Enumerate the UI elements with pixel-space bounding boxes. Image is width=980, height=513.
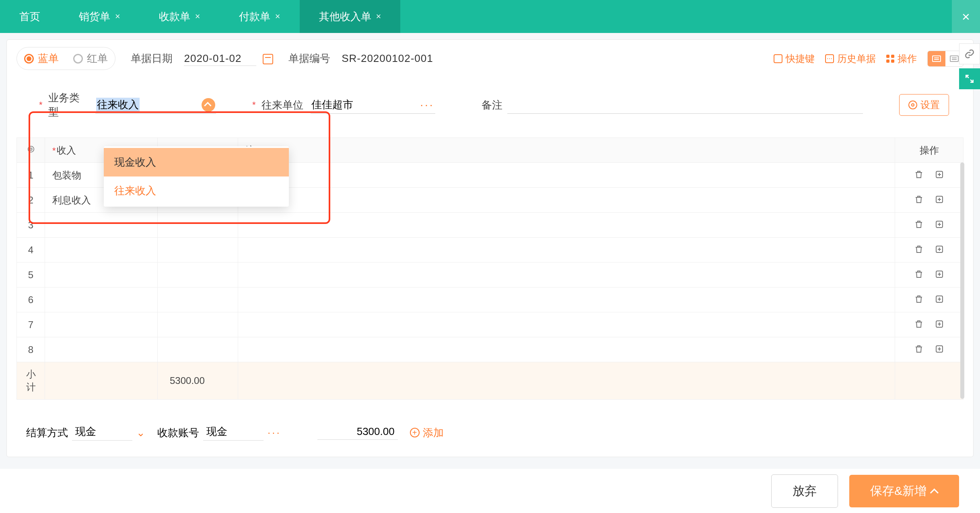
remark-input[interactable] [507,96,863,114]
list-icon [825,54,834,63]
table-row: 5 [17,263,964,287]
delete-icon[interactable] [913,293,924,305]
doc-no-value: SR-20200102-001 [342,52,433,64]
delete-icon[interactable] [913,244,924,255]
insert-row-icon[interactable] [934,219,945,230]
cell-amount[interactable] [158,287,238,312]
insert-row-icon[interactable] [934,343,945,355]
subtotal-remark [238,362,895,400]
card-header: 蓝单 红单 单据日期 2020-01-02 单据编号 SR-20200102-0… [7,40,973,77]
doc-date-value[interactable]: 2020-01-02 [184,52,256,66]
more-icon[interactable]: ··· [268,427,281,439]
cell-remark[interactable] [238,312,895,337]
document-card: 蓝单 红单 单据日期 2020-01-02 单据编号 SR-20200102-0… [6,39,974,457]
delete-icon[interactable] [913,318,924,330]
org-value[interactable]: 佳佳超市 [311,98,353,112]
cell-amount[interactable] [158,312,238,337]
insert-row-icon[interactable] [934,194,945,205]
shortcut-label: 快捷键 [786,52,815,65]
delete-icon[interactable] [913,269,924,280]
attachment-button[interactable] [959,43,980,64]
cell-amount[interactable] [158,263,238,287]
cell-remark[interactable] [238,337,895,362]
row-number: 5 [17,263,45,287]
cell-amount[interactable] [158,238,238,263]
insert-row-icon[interactable] [934,318,945,330]
card-view-icon [950,55,959,62]
settle-account-value[interactable]: 现金 [203,425,264,441]
window-close-button[interactable]: × [952,0,980,33]
settings-button[interactable]: 设置 [899,94,949,116]
save-and-new-button[interactable]: 保存&新增 [849,475,959,507]
cell-name[interactable] [45,238,158,263]
cell-name[interactable] [45,213,158,238]
radio-icon [24,54,34,64]
chevron-up-icon[interactable] [202,98,215,112]
radio-blue[interactable]: 蓝单 [24,51,59,66]
biz-type-value[interactable]: 往来收入 [96,98,140,112]
tab-other-income[interactable]: 其他收入单 × [300,0,401,33]
close-icon[interactable]: × [376,11,381,22]
remark-label: 备注 [482,98,502,112]
tab-payment[interactable]: 付款单 × [220,0,300,33]
col-remark-header: 注 [238,138,895,163]
biz-type-dropdown: 现金收入 往来收入 [104,146,289,207]
cell-name[interactable] [45,287,158,312]
cell-name[interactable] [45,312,158,337]
cell-remark[interactable] [238,263,895,287]
operate-link[interactable]: 操作 [886,52,917,65]
subtotal-name [45,362,158,400]
cell-remark[interactable] [238,238,895,263]
settle-amount-value[interactable]: 5300.00 [317,425,398,440]
row-ops [895,337,964,362]
insert-row-icon[interactable] [934,244,945,255]
row-ops [895,213,964,238]
operate-label: 操作 [898,52,917,65]
settle-method-label: 结算方式 [26,426,68,440]
settle-account-label: 收款账号 [157,426,199,440]
shortcut-link[interactable]: 快捷键 [774,52,815,65]
insert-row-icon[interactable] [934,169,945,180]
doc-date-group: 单据日期 2020-01-02 [131,51,273,66]
tab-receipt[interactable]: 收款单 × [140,0,220,33]
table-settings-header[interactable] [17,138,45,163]
close-icon[interactable]: × [275,11,280,22]
row-ops [895,163,964,188]
add-settlement-button[interactable]: + 添加 [410,426,444,440]
cell-remark[interactable] [238,163,895,188]
gear-icon [908,101,917,109]
row-ops [895,238,964,263]
more-icon[interactable]: ··· [420,98,434,111]
cell-remark[interactable] [238,287,895,312]
cell-name[interactable] [45,337,158,362]
history-link[interactable]: 历史单据 [825,52,876,65]
settle-method-value[interactable]: 现金 [72,425,132,441]
close-icon[interactable]: × [195,11,200,22]
dropdown-option-往来收入[interactable]: 往来收入 [104,176,289,205]
tab-sales-order[interactable]: 销货单 × [60,0,140,33]
radio-red-label: 红单 [87,51,108,66]
delete-icon[interactable] [913,219,924,230]
chevron-down-icon[interactable]: ⌄ [136,427,145,439]
link-icon [964,49,975,59]
scrollbar[interactable] [960,162,964,399]
close-icon[interactable]: × [115,11,120,22]
expand-button[interactable] [959,68,980,89]
discard-button[interactable]: 放弃 [771,474,838,508]
delete-icon[interactable] [913,343,924,355]
insert-row-icon[interactable] [934,293,945,305]
cell-amount[interactable] [158,337,238,362]
delete-icon[interactable] [913,194,924,205]
view-list-button[interactable] [928,51,945,66]
insert-row-icon[interactable] [934,269,945,280]
radio-red[interactable]: 红单 [73,51,108,66]
delete-icon[interactable] [913,169,924,180]
cell-remark[interactable] [238,188,895,213]
cell-amount[interactable] [158,213,238,238]
chevron-up-icon [932,484,938,498]
cell-name[interactable] [45,263,158,287]
tab-home[interactable]: 首页 [0,0,60,33]
dropdown-option-cash-income[interactable]: 现金收入 [104,148,289,176]
calendar-icon[interactable] [263,54,273,64]
cell-remark[interactable] [238,213,895,238]
